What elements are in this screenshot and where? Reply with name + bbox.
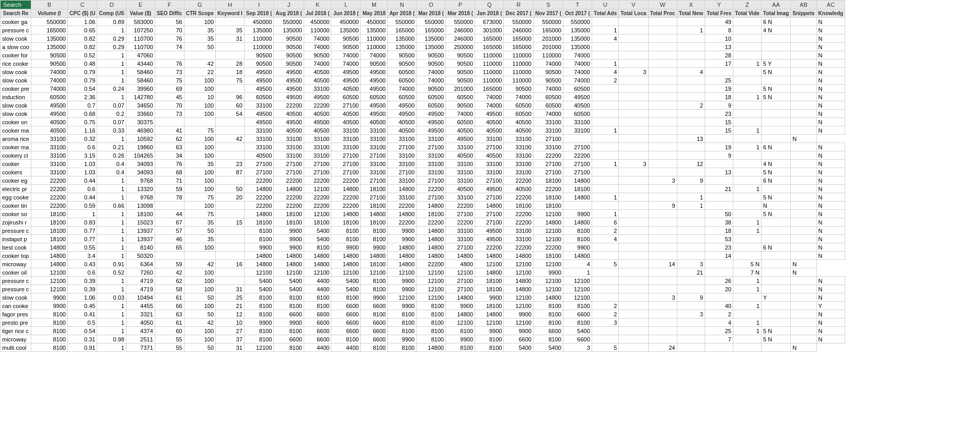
cell-18-20[interactable] [592, 168, 618, 176]
cell-24-25[interactable]: 1 [733, 218, 762, 227]
cell-29-6[interactable]: 42 [184, 260, 215, 268]
cell-7-24[interactable]: 25 [705, 76, 733, 85]
cell-28-7[interactable] [216, 252, 245, 260]
cell-36-24[interactable]: 4 [705, 318, 733, 327]
cell-11-21[interactable] [619, 110, 648, 118]
cell-20-7[interactable]: 50 [216, 185, 245, 193]
cell-22-13[interactable]: 22200 [387, 202, 416, 210]
cell-18-16[interactable]: 33100 [475, 168, 504, 176]
cell-1-16[interactable]: 301000 [475, 26, 504, 34]
cell-2-1[interactable]: 135000 [31, 34, 67, 43]
cell-9-15[interactable]: 60500 [446, 93, 475, 101]
cell-21-11[interactable]: 22200 [331, 193, 361, 202]
cell-29-17[interactable]: 12100 [504, 260, 533, 268]
cell-33-11[interactable]: 8100 [331, 293, 361, 302]
cell-9-2[interactable]: 2.36 [67, 93, 97, 101]
cell-6-28[interactable]: N [816, 68, 845, 76]
cell-19-13[interactable]: 33100 [387, 176, 416, 185]
cell-12-1[interactable]: 40500 [31, 118, 67, 126]
cell-13-3[interactable]: 0.33 [97, 126, 126, 135]
cell-18-24[interactable]: 13 [705, 168, 733, 176]
cell-39-3[interactable]: 1 [97, 344, 126, 352]
cell-33-10[interactable]: 8100 [304, 293, 331, 302]
cell-34-3[interactable]: 1 [97, 302, 126, 310]
cell-21-22[interactable] [648, 193, 677, 202]
cell-39-5[interactable]: 55 [155, 344, 184, 352]
cell-11-11[interactable]: 40500 [331, 110, 361, 118]
cell-35-5[interactable]: 63 [155, 310, 184, 318]
cell-32-17[interactable]: 14800 [504, 285, 533, 293]
cell-0-23[interactable] [677, 18, 705, 26]
cell-2-3[interactable]: 0.29 [97, 34, 126, 43]
cell-38-21[interactable] [619, 335, 648, 344]
cell-8-17[interactable]: 90500 [504, 85, 533, 93]
cell-22-17[interactable]: 18100 [504, 202, 533, 210]
cell-7-10[interactable]: 40500 [304, 76, 331, 85]
cell-23-21[interactable] [619, 210, 648, 218]
cell-22-19[interactable] [563, 202, 592, 210]
cell-0-4[interactable]: 583000 [126, 18, 155, 26]
cell-37-24[interactable]: 25 [705, 327, 733, 335]
cell-1-14[interactable]: 165000 [417, 26, 446, 34]
cell-31-9[interactable]: 5400 [274, 277, 304, 285]
cell-5-22[interactable] [648, 60, 677, 68]
cell-10-12[interactable]: 49500 [361, 101, 387, 110]
cell-9-25[interactable]: 1 [733, 93, 762, 101]
cell-23-9[interactable]: 18100 [274, 210, 304, 218]
cell-0-7[interactable] [216, 18, 245, 26]
cell-8-18[interactable]: 74000 [533, 85, 563, 93]
cell-4-17[interactable]: 110000 [504, 51, 533, 60]
cell-29-26[interactable] [762, 260, 791, 268]
cell-7-16[interactable]: 110000 [475, 76, 504, 85]
cell-3-18[interactable]: 201000 [533, 43, 563, 51]
cell-15-13[interactable]: 27100 [387, 143, 416, 151]
cell-38-14[interactable]: 8100 [417, 335, 446, 344]
cell-5-25[interactable]: 1 [733, 60, 762, 68]
cell-9-21[interactable] [619, 93, 648, 101]
cell-14-23[interactable]: 13 [677, 135, 705, 143]
cell-4-24[interactable]: 28 [705, 51, 733, 60]
cell-6-17[interactable]: 110000 [504, 68, 533, 76]
cell-35-14[interactable]: 8100 [417, 310, 446, 318]
cell-24-20[interactable]: 6 [592, 218, 618, 227]
cell-16-26[interactable] [762, 151, 791, 160]
cell-28-9[interactable]: 14800 [274, 252, 304, 260]
cell-25-22[interactable] [648, 227, 677, 235]
cell-19-9[interactable]: 22200 [274, 176, 304, 185]
cell-6-5[interactable]: 73 [155, 68, 184, 76]
cell-17-1[interactable]: 33100 [31, 160, 67, 168]
cell-18-8[interactable]: 27100 [244, 168, 273, 176]
cell-2-18[interactable]: 201000 [533, 34, 563, 43]
cell-6-11[interactable]: 49500 [331, 68, 361, 76]
cell-37-17[interactable]: 9900 [504, 327, 533, 335]
cell-3-14[interactable]: 135000 [417, 43, 446, 51]
cell-25-0[interactable]: pressure c [1, 227, 31, 235]
cell-6-8[interactable]: 49500 [244, 68, 273, 76]
cell-21-4[interactable]: 9768 [126, 193, 155, 202]
cell-1-6[interactable]: 35 [184, 26, 215, 34]
cell-30-5[interactable]: 42 [155, 268, 184, 277]
cell-9-19[interactable]: 49500 [563, 93, 592, 101]
cell-35-23[interactable]: 3 [677, 310, 705, 318]
cell-30-12[interactable]: 12100 [361, 268, 387, 277]
cell-12-10[interactable]: 49500 [304, 118, 331, 126]
cell-38-13[interactable]: 9900 [387, 335, 416, 344]
cell-20-12[interactable]: 18100 [361, 185, 387, 193]
cell-7-25[interactable] [733, 76, 762, 85]
cell-37-13[interactable]: 8100 [387, 327, 416, 335]
cell-6-1[interactable]: 74000 [31, 68, 67, 76]
cell-17-14[interactable]: 33100 [417, 160, 446, 168]
cell-23-22[interactable] [648, 210, 677, 218]
cell-22-26[interactable]: N [762, 202, 791, 210]
cell-3-24[interactable]: 13 [705, 43, 733, 51]
cell-17-21[interactable]: 3 [619, 160, 648, 168]
cell-30-13[interactable]: 12100 [387, 268, 416, 277]
cell-22-0[interactable]: cooker tin [1, 202, 31, 210]
cell-20-9[interactable]: 14800 [274, 185, 304, 193]
cell-31-0[interactable]: pressure c [1, 277, 31, 285]
cell-17-10[interactable]: 27100 [304, 160, 331, 168]
cell-5-17[interactable]: 110000 [504, 60, 533, 68]
cell-29-12[interactable]: 18100 [361, 260, 387, 268]
cell-11-23[interactable] [677, 110, 705, 118]
cell-17-9[interactable]: 27100 [274, 160, 304, 168]
